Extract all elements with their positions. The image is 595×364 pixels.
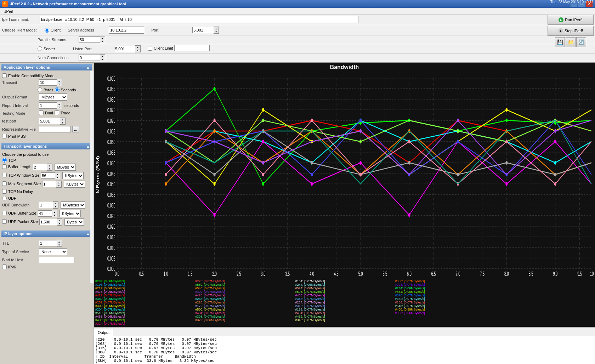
rep-file-input[interactable] xyxy=(39,126,71,132)
buffer-length-checkbox[interactable] xyxy=(2,164,7,169)
dual-checkbox[interactable] xyxy=(39,110,44,115)
num-connections-input[interactable] xyxy=(79,55,100,61)
udp-buf-unit-select[interactable]: KBytes xyxy=(60,210,81,217)
parallel-up[interactable]: ▲ xyxy=(100,36,105,40)
folder-icon-button[interactable]: 📁 xyxy=(566,37,576,47)
udp-bw-unit-select[interactable]: MBytes/sec xyxy=(61,201,85,209)
buffer-input[interactable] xyxy=(33,164,47,170)
transmit-input[interactable] xyxy=(39,79,57,86)
report-up[interactable]: ▲ xyxy=(57,102,62,106)
listen-down[interactable]: ▼ xyxy=(135,49,140,52)
udp-buf-up[interactable]: ▲ xyxy=(52,210,57,214)
svg-text:0.075: 0.075 xyxy=(107,107,115,114)
listen-up[interactable]: ▲ xyxy=(135,46,140,49)
num-up[interactable]: ▲ xyxy=(100,55,105,58)
udp-buf-input[interactable] xyxy=(38,210,52,217)
port-input[interactable] xyxy=(192,27,214,33)
window-up[interactable]: ▲ xyxy=(55,172,60,176)
save-icon-button[interactable]: 💾 xyxy=(555,37,565,47)
port-down[interactable]: ▼ xyxy=(214,30,219,33)
print-mss-checkbox[interactable] xyxy=(2,134,7,138)
udp-bw-up[interactable]: ▲ xyxy=(53,202,58,205)
udp-packet-checkbox[interactable] xyxy=(2,219,7,224)
transport-layer-header[interactable]: Transport layer options ▲ xyxy=(1,143,92,149)
stop-iperf-button[interactable]: ■ Stop IPerf! xyxy=(548,26,594,36)
client-limit-check-label[interactable]: Client Limit xyxy=(148,45,210,51)
report-input[interactable] xyxy=(39,102,57,109)
max-seg-up[interactable]: ▲ xyxy=(56,181,61,184)
test-port-input[interactable] xyxy=(39,118,60,124)
output-format-select[interactable]: MBytes xyxy=(39,93,67,101)
refresh-icon-button[interactable]: 🔄 xyxy=(576,37,586,47)
parallel-input[interactable] xyxy=(79,36,100,43)
listen-port-input[interactable] xyxy=(114,46,135,52)
run-iperf-button[interactable]: ▶ Run IPerf! xyxy=(548,15,594,25)
server-address-input[interactable] xyxy=(109,27,144,34)
tcp-window-checkbox[interactable] xyxy=(2,173,7,177)
enable-compat-checkbox[interactable] xyxy=(2,73,7,78)
udp-pkt-unit-select[interactable]: Bytes xyxy=(64,218,84,226)
output-text[interactable]: [220] 0.0-10.1 sec 0.70 MBytes 0.07 MByt… xyxy=(94,336,595,364)
trade-checkbox[interactable] xyxy=(55,110,59,115)
tcp-no-delay-checkbox[interactable] xyxy=(2,189,7,194)
udp-radio[interactable] xyxy=(2,196,7,200)
num-down[interactable]: ▼ xyxy=(100,58,105,61)
udp-buf-down[interactable]: ▼ xyxy=(52,214,57,217)
trade-label[interactable]: Trade xyxy=(55,110,70,115)
buffer-up[interactable]: ▲ xyxy=(47,164,52,167)
udp-pkt-up[interactable]: ▲ xyxy=(57,219,62,222)
legend-item-460: #460:[0.07MBytes/s] xyxy=(295,294,393,297)
client-limit-input[interactable] xyxy=(174,45,210,51)
max-seg-unit-select[interactable]: KBytes xyxy=(64,181,85,188)
transmit-up[interactable]: ▲ xyxy=(57,79,62,83)
tcp-radio[interactable] xyxy=(2,158,7,163)
udp-bw-down[interactable]: ▼ xyxy=(53,205,58,208)
menu-jperf[interactable]: JPerf xyxy=(1,8,16,14)
ipv6-row: IPv6 xyxy=(2,265,91,269)
window-input[interactable] xyxy=(41,172,55,179)
bind-host-input[interactable] xyxy=(39,257,74,263)
bytes-radio[interactable] xyxy=(38,87,42,92)
window-unit-select[interactable]: KBytes xyxy=(62,172,84,179)
bytes-radio-label[interactable]: Bytes xyxy=(38,87,53,92)
iperf-command-input[interactable] xyxy=(40,16,358,23)
buffer-unit-select[interactable]: MBytes xyxy=(55,164,76,171)
parallel-down[interactable]: ▼ xyxy=(100,40,105,43)
tos-select[interactable]: None xyxy=(39,248,67,255)
dual-label[interactable]: Dual xyxy=(39,110,53,115)
test-port-up[interactable]: ▲ xyxy=(60,118,65,121)
seconds-radio[interactable] xyxy=(55,87,60,92)
udp-bw-spinner: ▲ ▼ xyxy=(39,201,58,209)
report-down[interactable]: ▼ xyxy=(57,106,62,109)
max-seg-input[interactable] xyxy=(42,181,56,187)
max-seg-down[interactable]: ▼ xyxy=(56,184,61,187)
output-panel: Output [220] 0.0-10.1 sec 0.70 MBytes 0.… xyxy=(94,327,595,364)
udp-pkt-input[interactable] xyxy=(39,219,57,225)
port-up[interactable]: ▲ xyxy=(214,27,219,30)
udp-buffer-checkbox[interactable] xyxy=(2,211,7,215)
client-radio-label[interactable]: Client xyxy=(45,28,61,33)
app-layer-header[interactable]: Application layer options ▲ xyxy=(1,64,92,70)
max-seg-checkbox[interactable] xyxy=(2,181,7,186)
client-radio[interactable] xyxy=(45,28,49,33)
transmit-down[interactable]: ▼ xyxy=(57,83,62,86)
server-radio[interactable] xyxy=(38,46,42,51)
output-tab[interactable]: Output xyxy=(94,329,113,336)
test-port-down[interactable]: ▼ xyxy=(60,121,65,124)
ttl-down[interactable]: ▼ xyxy=(57,243,62,246)
ttl-up[interactable]: ▲ xyxy=(57,240,62,243)
window-down[interactable]: ▼ xyxy=(55,176,60,179)
svg-rect-0 xyxy=(94,72,595,277)
ipv6-checkbox[interactable] xyxy=(2,265,7,269)
rep-file-browse-button[interactable]: ... xyxy=(72,126,79,132)
seconds-radio-label[interactable]: Seconds xyxy=(55,87,76,92)
ip-layer-header[interactable]: IP layer options ▲ xyxy=(1,231,92,237)
ttl-input[interactable] xyxy=(39,240,57,246)
client-limit-checkbox[interactable] xyxy=(148,46,152,51)
svg-text:3.5: 3.5 xyxy=(285,271,290,277)
buffer-down[interactable]: ▼ xyxy=(47,167,52,170)
udp-bw-input[interactable] xyxy=(39,202,53,208)
left-scrollbar[interactable] xyxy=(90,71,94,283)
udp-pkt-down[interactable]: ▼ xyxy=(57,222,62,225)
server-radio-label[interactable]: Server xyxy=(38,46,66,51)
